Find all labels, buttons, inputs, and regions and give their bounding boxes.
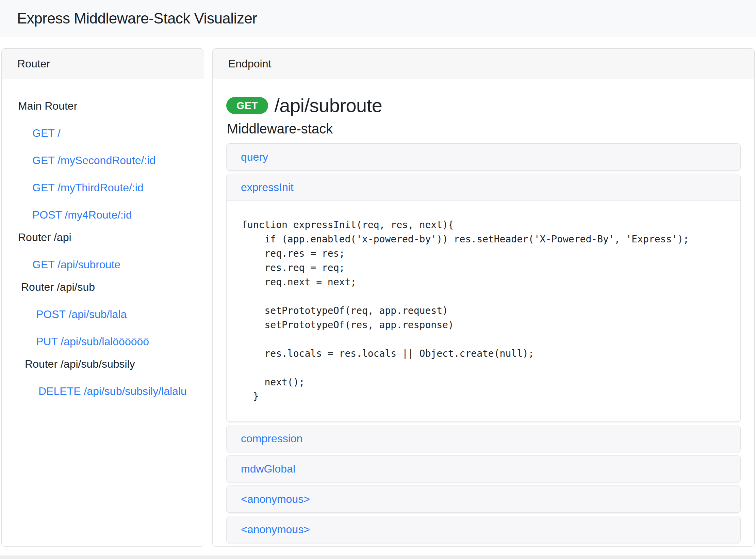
router-group-label: Router /api/sub/subsily (3, 356, 190, 372)
router-group-label: Router /api/sub (3, 279, 190, 295)
route-link[interactable]: GET / (32, 127, 61, 139)
route-link[interactable]: PUT /api/sub/lalöööööö (36, 335, 149, 348)
route-item: DELETE /api/sub/subsily/lalalu (3, 383, 190, 399)
app-title: Express Middleware-Stack Visualizer (17, 10, 257, 27)
middleware-item-query: query (226, 143, 741, 171)
route-link[interactable]: DELETE /api/sub/subsily/lalalu (38, 385, 187, 397)
router-panel-body: Main Router GET / GET /mySecondRoute/:id… (2, 79, 204, 410)
method-badge: GET (226, 97, 268, 114)
middleware-toggle-link[interactable]: query (241, 151, 268, 163)
middleware-item-header: query (227, 144, 740, 170)
route-link[interactable]: POST /api/sub/lala (36, 308, 127, 320)
middleware-toggle-link[interactable]: compression (241, 432, 302, 445)
endpoint-panel-header: Endpoint (213, 49, 754, 79)
middleware-item-anonymous-2: <anonymous> (226, 516, 741, 543)
router-group-label: Main Router (3, 98, 190, 114)
route-item: GET /api/subroute (3, 256, 190, 273)
middleware-toggle-link[interactable]: <anonymous> (241, 493, 310, 505)
middleware-toggle-link[interactable]: expressInit (241, 181, 294, 193)
endpoint-panel-body: GET /api/subroute Middleware-stack query… (213, 79, 754, 546)
router-panel-header: Router (2, 49, 204, 79)
endpoint-path: /api/subroute (274, 94, 382, 116)
router-list: Main Router GET / GET /mySecondRoute/:id… (3, 98, 190, 399)
middleware-item-anonymous-1: <anonymous> (226, 485, 741, 513)
middleware-item-header: expressInit (227, 174, 740, 201)
route-item: GET /myThirdRoute/:id (3, 179, 190, 196)
middleware-item-body: function expressInit(req, res, next){ if… (227, 201, 740, 421)
router-group-label: Router /api (3, 229, 190, 245)
route-item: GET /mySecondRoute/:id (3, 152, 190, 169)
middleware-toggle-link[interactable]: <anonymous> (241, 523, 310, 536)
route-link[interactable]: GET /mySecondRoute/:id (32, 154, 155, 166)
middleware-stack-title: Middleware-stack (227, 121, 741, 137)
middleware-item-header: compression (227, 425, 740, 452)
middleware-item-header: <anonymous> (227, 486, 740, 512)
router-panel: Router Main Router GET / GET /mySecondRo… (1, 48, 204, 547)
bottom-strip (0, 556, 756, 559)
middleware-item-header: <anonymous> (227, 516, 740, 543)
main-content: Router Main Router GET / GET /mySecondRo… (0, 37, 756, 547)
middleware-item-header: mdwGlobal (227, 456, 740, 482)
middleware-toggle-link[interactable]: mdwGlobal (241, 463, 295, 475)
route-link[interactable]: GET /api/subroute (32, 258, 120, 271)
middleware-item-compression: compression (226, 425, 741, 452)
topbar: Express Middleware-Stack Visualizer (0, 0, 756, 37)
middleware-stack: query expressInit function expressInit(r… (226, 143, 741, 546)
route-item: POST /api/sub/lala (3, 306, 190, 322)
middleware-source-code: function expressInit(req, res, next){ if… (242, 218, 725, 404)
route-item: POST /my4Route/:id (3, 207, 190, 223)
route-link[interactable]: POST /my4Route/:id (32, 209, 132, 221)
route-item: GET / (3, 125, 190, 141)
route-item: PUT /api/sub/lalöööööö (3, 333, 190, 350)
route-link[interactable]: GET /myThirdRoute/:id (32, 181, 144, 194)
middleware-item-mdwglobal: mdwGlobal (226, 455, 741, 482)
endpoint-panel: Endpoint GET /api/subroute Middleware-st… (212, 48, 755, 547)
middleware-item-expressinit: expressInit function expressInit(req, re… (226, 174, 741, 422)
endpoint-title-row: GET /api/subroute (226, 94, 741, 116)
